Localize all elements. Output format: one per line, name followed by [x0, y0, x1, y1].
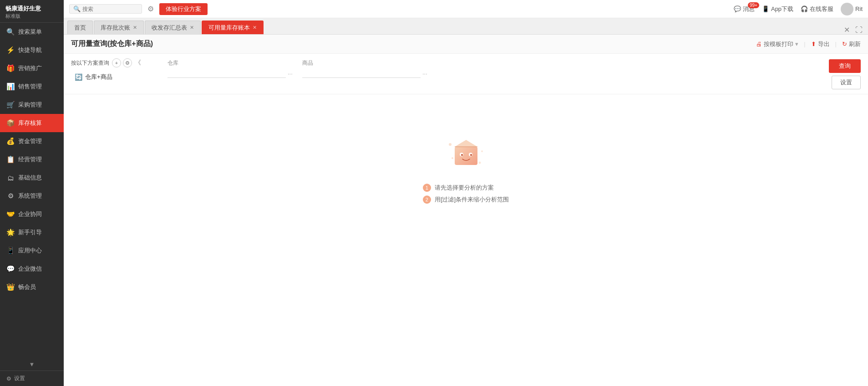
sidebar-item-shortcut[interactable]: ⚡ 快捷导航	[0, 41, 64, 59]
sidebar-item-label: 企业协同	[18, 210, 42, 218]
sidebar-bottom: ⚙ 设置	[0, 371, 64, 386]
scheme-collapse-button[interactable]: 《	[135, 59, 141, 67]
system-icon: ⚙	[6, 192, 15, 200]
tab-available[interactable]: 可用量库存账本 ✕	[202, 21, 264, 34]
scheme-item-warehouse-goods[interactable]: 🔄 仓库+商品	[71, 70, 162, 84]
svg-point-8	[481, 150, 483, 152]
export-label: 导出	[818, 40, 830, 48]
tab-available-label: 可用量库存账本	[208, 24, 250, 32]
svg-rect-0	[455, 147, 477, 165]
tabbar: 首页 库存批次账 ✕ 收发存汇总表 ✕ 可用量库存账本 ✕ ✕ ⛶	[64, 18, 868, 35]
message-button[interactable]: 💬 消息 99+	[734, 5, 755, 13]
scheme-settings-button[interactable]: ⚙	[123, 58, 132, 67]
svg-point-7	[449, 143, 452, 146]
query-area: 按以下方案查询 + ⚙ 《 🔄 仓库+商品 仓库	[64, 54, 868, 94]
sidebar-item-appstore[interactable]: 📱 应用中心	[0, 242, 64, 260]
action-divider-1: |	[804, 41, 805, 47]
filter-group-goods: 商品 ···	[302, 59, 430, 78]
online-service-label: 在线客服	[810, 5, 833, 13]
filter-more-warehouse[interactable]: ···	[288, 70, 293, 77]
filter-more-goods[interactable]: ···	[422, 70, 427, 77]
online-service-button[interactable]: 🎧 在线客服	[801, 5, 833, 13]
filter-input-warehouse[interactable]	[168, 69, 286, 78]
tip-item-2: 2 用[过滤]条件来缩小分析范围	[423, 196, 509, 204]
svg-point-6	[470, 154, 472, 156]
sidebar-item-enterprise[interactable]: 🤝 企业协同	[0, 205, 64, 223]
svg-point-9	[452, 157, 453, 159]
page-title: 可用量查询(按仓库+商品)	[71, 39, 153, 49]
sidebar-item-label: 销售管理	[18, 82, 42, 91]
search-input[interactable]	[82, 6, 137, 12]
sidebar-item-label: 畅会员	[18, 283, 36, 291]
tab-batch-close[interactable]: ✕	[133, 25, 137, 31]
sidebar-item-sales[interactable]: 📊 销售管理	[0, 77, 64, 96]
sidebar-item-label: 快捷导航	[18, 46, 42, 54]
refresh-button[interactable]: ↻ 刷新	[842, 40, 861, 48]
sidebar-item-finance[interactable]: 💰 资金管理	[0, 132, 64, 150]
sidebar-item-operation[interactable]: 📋 经营管理	[0, 150, 64, 169]
refresh-icon: ↻	[842, 41, 847, 47]
user-avatar-area[interactable]: Rit	[841, 3, 863, 15]
empty-tips: 1 请先选择要分析的方案 2 用[过滤]条件来缩小分析范围	[423, 184, 509, 204]
filter-label-warehouse: 仓库	[168, 59, 295, 67]
page-header: 可用量查询(按仓库+商品) 🖨 按模板打印 ▾ | ⬆ 导出 | ↻	[64, 35, 868, 54]
headset-icon: 🎧	[801, 5, 808, 12]
trial-button[interactable]: 体验行业方案	[159, 3, 208, 15]
topbar: 🔍 ⚙ 体验行业方案 💬 消息 99+ 📱 App下载 🎧 在线客服	[64, 0, 868, 18]
export-button[interactable]: ⬆ 导出	[811, 40, 830, 48]
filter-label-goods: 商品	[302, 59, 430, 67]
scheme-item-label: 仓库+商品	[85, 73, 112, 81]
app-download-button[interactable]: 📱 App下载	[762, 5, 793, 13]
sidebar-item-label: 资金管理	[18, 137, 42, 145]
scheme-add-button[interactable]: +	[112, 58, 121, 67]
sidebar-item-inventory[interactable]: 📦 库存核算	[0, 114, 64, 132]
sidebar-logo-sub: 标准版	[5, 13, 58, 20]
tab-summary-close[interactable]: ✕	[190, 25, 194, 31]
wechat-icon: 💬	[6, 265, 15, 273]
operation-icon: 📋	[6, 155, 15, 164]
message-icon: 💬	[734, 5, 741, 12]
search-icon: 🔍	[73, 5, 81, 12]
filter-row: 仓库 ··· 商品 ···	[168, 58, 823, 78]
sidebar-logo-title: 畅康通好生意	[5, 5, 58, 13]
sidebar-item-member[interactable]: 👑 畅会员	[0, 278, 64, 296]
sidebar-item-label: 应用中心	[18, 247, 42, 255]
print-button[interactable]: 🖨 按模板打印 ▾	[756, 40, 798, 48]
print-label: 按模板打印	[764, 40, 793, 48]
query-scheme-label: 按以下方案查询	[71, 59, 109, 67]
sidebar-item-label: 经营管理	[18, 155, 42, 164]
sidebar-item-marketing[interactable]: 🎁 营销推广	[0, 59, 64, 77]
sidebar-item-system[interactable]: ⚙ 系统管理	[0, 187, 64, 205]
svg-point-5	[461, 154, 463, 156]
filter-input-goods[interactable]	[302, 69, 421, 78]
sidebar-item-purchase[interactable]: 🛒 采购管理	[0, 96, 64, 114]
tab-home[interactable]: 首页	[67, 21, 93, 34]
topbar-gear-icon[interactable]: ⚙	[146, 4, 156, 14]
enterprise-icon: 🤝	[6, 210, 15, 218]
sales-icon: 📊	[6, 82, 15, 91]
action-divider-2: |	[835, 41, 837, 47]
tab-expand-button[interactable]: ⛶	[853, 26, 864, 34]
tab-batch[interactable]: 库存批次账 ✕	[94, 21, 144, 34]
sidebar-logo: 畅康通好生意 标准版	[0, 0, 64, 23]
query-scheme-panel: 按以下方案查询 + ⚙ 《 🔄 仓库+商品	[71, 58, 162, 84]
settings-button[interactable]: 设置	[832, 76, 861, 89]
tab-summary[interactable]: 收发存汇总表 ✕	[145, 21, 201, 34]
sidebar-scroll-down[interactable]: ▼	[0, 358, 64, 371]
empty-state: 1 请先选择要分析的方案 2 用[过滤]条件来缩小分析范围	[64, 94, 868, 240]
sidebar-item-search[interactable]: 🔍 搜索菜单	[0, 23, 64, 41]
sidebar-item-guide[interactable]: 🌟 新手引导	[0, 223, 64, 242]
message-badge: 99+	[748, 2, 759, 8]
sidebar-item-wechat[interactable]: 💬 企业微信	[0, 260, 64, 278]
action-buttons: 查询 设置	[829, 58, 861, 89]
tab-close-all-button[interactable]: ✕	[840, 26, 853, 34]
topbar-right: 💬 消息 99+ 📱 App下载 🎧 在线客服 Rit	[734, 3, 863, 15]
topbar-search-box[interactable]: 🔍	[69, 4, 142, 14]
tab-available-close[interactable]: ✕	[253, 25, 257, 31]
sidebar-item-basic[interactable]: 🗂 基础信息	[0, 169, 64, 187]
tip-text-1: 请先选择要分析的方案	[435, 184, 494, 192]
query-button[interactable]: 查询	[829, 59, 861, 73]
sidebar-item-label: 基础信息	[18, 174, 42, 182]
tab-summary-label: 收发存汇总表	[152, 24, 187, 32]
sidebar-item-label: 新手引导	[18, 228, 42, 237]
